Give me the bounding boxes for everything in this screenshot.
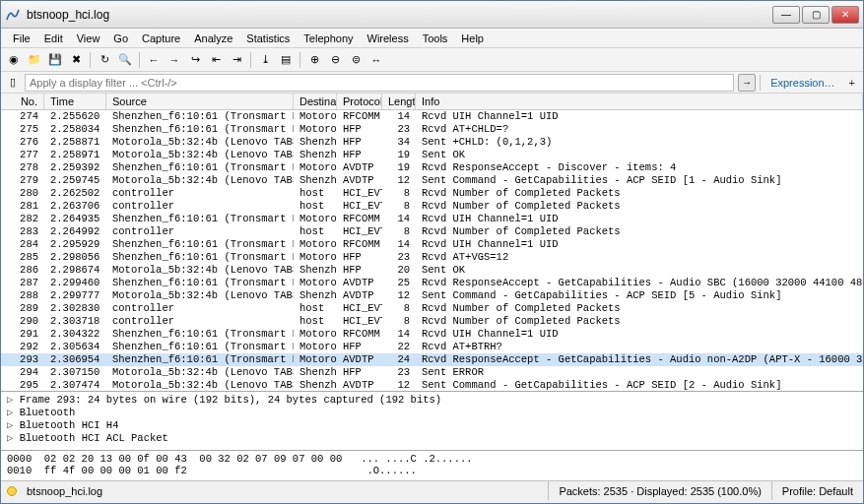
first-icon[interactable]: ⇤ xyxy=(207,51,225,69)
tree-item[interactable]: Bluetooth HCI H4 xyxy=(7,419,857,432)
status-file[interactable]: btsnoop_hci.log xyxy=(23,485,548,497)
menubar: FileEditViewGoCaptureAnalyzeStatisticsTe… xyxy=(1,29,863,48)
menu-analyze[interactable]: Analyze xyxy=(188,31,238,46)
goto-icon[interactable]: ↪ xyxy=(186,51,204,69)
packet-row[interactable]: 2842.295929Shenzhen_f6:10:61 (Tronsmart … xyxy=(1,238,863,251)
packet-bytes-pane[interactable]: 0000 02 02 20 13 00 0f 00 43 00 32 02 07… xyxy=(1,451,863,480)
expression-button[interactable]: Expression… xyxy=(764,77,840,89)
titlebar: btsnoop_hci.log ― ▢ ✕ xyxy=(1,1,863,29)
tree-item[interactable]: Bluetooth xyxy=(7,407,857,419)
menu-wireless[interactable]: Wireless xyxy=(362,31,415,46)
zoom-reset-icon[interactable]: ⊜ xyxy=(347,51,365,69)
packet-row[interactable]: 2872.299460Shenzhen_f6:10:61 (Tronsmart … xyxy=(1,277,863,289)
column-header-dst[interactable]: Destination xyxy=(294,94,337,109)
packet-row[interactable]: 2792.259745Motorola_5b:32:4b (Lenovo TAB… xyxy=(1,174,863,187)
packet-row[interactable]: 2802.262502controllerhostHCI_EVT8Rcvd Nu… xyxy=(1,187,863,200)
tree-item[interactable]: Bluetooth HCI ACL Packet xyxy=(7,432,857,445)
prev-icon[interactable]: ← xyxy=(145,51,163,69)
save-icon[interactable]: 💾 xyxy=(46,51,64,69)
packet-row[interactable]: 2862.298674Motorola_5b:32:4b (Lenovo TAB… xyxy=(1,264,863,277)
zoom-out-icon[interactable]: ⊖ xyxy=(326,51,344,69)
packet-list-header[interactable]: No.TimeSourceDestinationProtocolLengthIn… xyxy=(1,94,863,110)
colorize-icon[interactable]: ▤ xyxy=(277,51,295,69)
minimize-button[interactable]: ― xyxy=(772,6,800,24)
next-icon[interactable]: → xyxy=(166,51,183,69)
packet-row[interactable]: 2832.264992controllerhostHCI_EVT8Rcvd Nu… xyxy=(1,225,863,238)
app-icon xyxy=(5,7,21,23)
filter-bar: ▯ → Expression… + xyxy=(1,72,863,94)
folder-icon[interactable]: 📁 xyxy=(26,51,43,69)
status-packets: Packets: 2535 · Displayed: 2535 (100.0%) xyxy=(548,481,770,500)
toolbar: ◉📁💾✖↻🔍←→↪⇤⇥⤓▤⊕⊖⊜↔ xyxy=(1,48,863,72)
menu-view[interactable]: View xyxy=(71,31,106,46)
menu-edit[interactable]: Edit xyxy=(38,31,69,46)
maximize-button[interactable]: ▢ xyxy=(802,6,830,24)
packet-row[interactable]: 2782.259392Shenzhen_f6:10:61 (Tronsmart … xyxy=(1,161,863,174)
packet-row[interactable]: 2852.298056Shenzhen_f6:10:61 (Tronsmart … xyxy=(1,251,863,264)
window-title: btsnoop_hci.log xyxy=(27,8,772,22)
resize-cols-icon[interactable]: ↔ xyxy=(367,51,385,69)
filter-add-button[interactable]: + xyxy=(845,77,859,89)
packet-details-pane[interactable]: Frame 293: 24 bytes on wire (192 bits), … xyxy=(1,392,863,451)
close-icon[interactable]: ✖ xyxy=(67,51,85,69)
packet-row[interactable]: 2772.258971Motorola_5b:32:4b (Lenovo TAB… xyxy=(1,149,863,161)
menu-capture[interactable]: Capture xyxy=(136,31,186,46)
reload-icon[interactable]: ↻ xyxy=(96,51,113,69)
packet-list-pane[interactable]: No.TimeSourceDestinationProtocolLengthIn… xyxy=(1,94,863,392)
menu-file[interactable]: File xyxy=(7,31,36,46)
packet-row[interactable]: 2932.306954Shenzhen_f6:10:61 (Tronsmart … xyxy=(1,353,863,366)
packet-row[interactable]: 2822.264935Shenzhen_f6:10:61 (Tronsmart … xyxy=(1,213,863,225)
bookmark-icon[interactable]: ▯ xyxy=(5,75,21,91)
packet-row[interactable]: 2922.305634Shenzhen_f6:10:61 (Tronsmart … xyxy=(1,341,863,353)
status-profile[interactable]: Profile: Default xyxy=(771,481,863,500)
last-icon[interactable]: ⇥ xyxy=(228,51,245,69)
column-header-time[interactable]: Time xyxy=(44,94,106,109)
expert-info-led-icon[interactable] xyxy=(7,486,17,496)
packet-row[interactable]: 2882.299777Motorola_5b:32:4b (Lenovo TAB… xyxy=(1,289,863,302)
close-button[interactable]: ✕ xyxy=(831,6,859,24)
column-header-info[interactable]: Info xyxy=(416,94,863,109)
packet-row[interactable]: 2952.307474Motorola_5b:32:4b (Lenovo TAB… xyxy=(1,379,863,392)
menu-telephony[interactable]: Telephony xyxy=(298,31,359,46)
menu-help[interactable]: Help xyxy=(455,31,490,46)
packet-row[interactable]: 2762.258871Motorola_5b:32:4b (Lenovo TAB… xyxy=(1,136,863,149)
column-header-proto[interactable]: Protocol xyxy=(337,94,382,109)
zoom-in-icon[interactable]: ⊕ xyxy=(305,51,323,69)
packet-row[interactable]: 2942.307150Motorola_5b:32:4b (Lenovo TAB… xyxy=(1,366,863,379)
column-header-src[interactable]: Source xyxy=(106,94,294,109)
packet-row[interactable]: 2742.255620Shenzhen_f6:10:61 (Tronsmart … xyxy=(1,110,863,123)
search-icon[interactable]: 🔍 xyxy=(116,51,134,69)
menu-go[interactable]: Go xyxy=(107,31,134,46)
packet-row[interactable]: 2752.258034Shenzhen_f6:10:61 (Tronsmart … xyxy=(1,123,863,136)
display-filter-input[interactable] xyxy=(25,74,734,92)
file-open-icon[interactable]: ◉ xyxy=(5,51,23,69)
column-header-no[interactable]: No. xyxy=(1,94,44,109)
packet-row[interactable]: 2902.303718controllerhostHCI_EVT8Rcvd Nu… xyxy=(1,315,863,328)
packet-row[interactable]: 2892.302830controllerhostHCI_EVT8Rcvd Nu… xyxy=(1,302,863,315)
filter-apply-button[interactable]: → xyxy=(738,74,756,92)
packet-row[interactable]: 2912.304322Shenzhen_f6:10:61 (Tronsmart … xyxy=(1,328,863,341)
packet-row[interactable]: 2812.263706controllerhostHCI_EVT8Rcvd Nu… xyxy=(1,200,863,213)
menu-statistics[interactable]: Statistics xyxy=(240,31,296,46)
autoscroll-icon[interactable]: ⤓ xyxy=(256,51,274,69)
tree-item[interactable]: Frame 293: 24 bytes on wire (192 bits), … xyxy=(7,394,857,407)
column-header-len[interactable]: Length xyxy=(382,94,416,109)
statusbar: btsnoop_hci.log Packets: 2535 · Displaye… xyxy=(1,480,863,500)
menu-tools[interactable]: Tools xyxy=(417,31,454,46)
